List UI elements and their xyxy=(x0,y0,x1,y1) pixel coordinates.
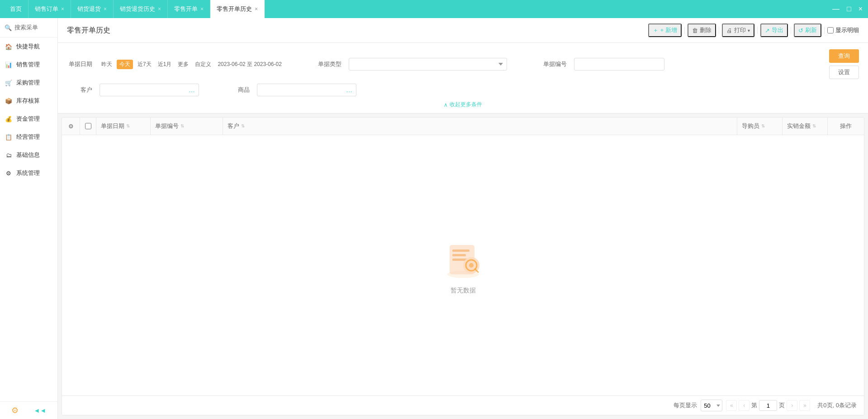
tab-retail-open-history[interactable]: 零售开单历史× xyxy=(210,0,265,18)
tab-close-sales-order[interactable]: × xyxy=(61,6,64,12)
sort-guide-icon: ⇅ xyxy=(761,124,765,128)
column-settings-icon[interactable]: ⚙ xyxy=(68,123,74,130)
sidebar-label-quick-nav: 快捷导航 xyxy=(16,42,40,51)
sidebar-label-inventory: 库存核算 xyxy=(16,97,40,105)
tab-close-retail-open-history[interactable]: × xyxy=(255,6,258,12)
product-label: 商品 xyxy=(224,86,250,94)
divider4 xyxy=(791,27,791,34)
product-input-wrap[interactable]: … xyxy=(257,84,356,96)
svg-rect-3 xyxy=(452,254,466,256)
page-label-pre: 第 xyxy=(751,401,757,410)
doc-type-wrapper xyxy=(349,58,507,71)
filter-collapse-btn[interactable]: ∧ 收起更多条件 xyxy=(67,101,859,108)
sidebar-item-quick-nav[interactable]: 🏠 快捷导航 xyxy=(0,38,57,56)
sidebar-search-label: 搜索采单 xyxy=(14,24,38,32)
print-icon: 🖨 xyxy=(726,27,732,34)
sort-no-icon: ⇅ xyxy=(180,124,184,128)
th-amount[interactable]: 实销金额 ⇅ xyxy=(783,118,828,135)
show-detail-checkbox[interactable]: 显示明细 xyxy=(827,26,859,34)
collapse-up-icon: ∧ xyxy=(444,102,448,108)
product-dots-icon[interactable]: … xyxy=(346,86,352,94)
next-page-btn[interactable]: › xyxy=(787,400,797,411)
export-button[interactable]: ↗ 导出 xyxy=(760,24,788,37)
date-btn-yesterday[interactable]: 昨天 xyxy=(100,60,114,69)
divider3 xyxy=(757,27,758,34)
product-input[interactable] xyxy=(261,87,344,94)
sidebar-item-operations[interactable]: 📋 经营管理 xyxy=(0,128,57,146)
page-total: 共0页, 0条记录 xyxy=(817,401,857,410)
sidebar-label-operations: 经营管理 xyxy=(16,133,40,141)
collapse-icon[interactable]: ◄◄ xyxy=(33,407,46,414)
divider2 xyxy=(719,27,719,34)
sidebar-item-basic-info[interactable]: 🗂 基础信息 xyxy=(0,146,57,164)
per-page-select[interactable]: 50 10 20 100 xyxy=(701,400,722,411)
sales-mgmt-icon: 📊 xyxy=(5,61,13,69)
sidebar-item-sales-mgmt[interactable]: 📊 销售管理 xyxy=(0,56,57,74)
date-btn-today[interactable]: 今天 xyxy=(117,60,133,69)
table-body: 暂无数据 xyxy=(62,135,864,395)
date-btn-more[interactable]: 更多 xyxy=(176,60,190,69)
operations-icon: 📋 xyxy=(5,133,13,141)
page-label-post: 页 xyxy=(779,401,785,410)
customer-input-wrap[interactable]: … xyxy=(100,84,199,96)
quick-nav-icon: 🏠 xyxy=(5,42,13,51)
print-button[interactable]: 🖨 打印 ▾ xyxy=(722,24,754,37)
settings-icon[interactable]: ⚙ xyxy=(11,405,19,415)
date-btn-1month[interactable]: 近1月 xyxy=(156,60,174,69)
date-btn-7days[interactable]: 近7天 xyxy=(136,60,153,69)
first-page-btn[interactable]: « xyxy=(726,400,737,411)
refresh-button[interactable]: ↺ 刷新 xyxy=(794,24,821,37)
page-title: 零售开单历史 xyxy=(67,26,110,41)
select-all-checkbox[interactable] xyxy=(85,123,91,129)
th-settings[interactable]: ⚙ xyxy=(62,118,80,135)
inventory-icon: 📦 xyxy=(5,97,13,105)
th-date[interactable]: 单据日期 ⇅ xyxy=(96,118,151,135)
export-icon: ↗ xyxy=(765,27,770,34)
tab-sales-return-history[interactable]: 销货退货历史× xyxy=(114,0,168,18)
prev-page-btn[interactable]: ‹ xyxy=(739,400,749,411)
sidebar-item-system[interactable]: ⚙ 系统管理 xyxy=(0,164,57,182)
window-max-btn[interactable]: □ xyxy=(845,5,853,13)
last-page-btn[interactable]: » xyxy=(799,400,810,411)
th-action: 操作 xyxy=(828,118,864,135)
basic-info-icon: 🗂 xyxy=(5,151,13,159)
tab-retail-open[interactable]: 零售开单× xyxy=(168,0,210,18)
add-button[interactable]: ＋ + 新增 xyxy=(648,24,682,37)
sidebar-bottom: ⚙ ◄◄ xyxy=(0,401,57,419)
sidebar-item-inventory[interactable]: 📦 库存核算 xyxy=(0,92,57,110)
main-layout: 🔍 搜索采单 🏠 快捷导航 📊 销售管理 🛒 采购管理 📦 库存核算 💰 资金管… xyxy=(0,18,868,419)
th-no[interactable]: 单据编号 ⇅ xyxy=(151,118,223,135)
filter-settings-button[interactable]: 设置 xyxy=(829,66,859,79)
sort-amount-icon: ⇅ xyxy=(812,124,816,128)
tab-close-sales-return[interactable]: × xyxy=(104,6,107,12)
th-guide[interactable]: 导购员 ⇅ xyxy=(737,118,783,135)
doc-type-select[interactable] xyxy=(349,58,507,71)
customer-dots-icon[interactable]: … xyxy=(189,86,195,94)
date-btn-custom[interactable]: 自定义 xyxy=(193,60,213,69)
customer-label: 客户 xyxy=(67,86,92,94)
doc-no-input[interactable] xyxy=(574,58,664,71)
sidebar-search[interactable]: 🔍 搜索采单 xyxy=(0,18,57,38)
empty-text: 暂无数据 xyxy=(451,287,476,295)
date-filter-label: 单据日期 xyxy=(67,60,92,68)
customer-input[interactable] xyxy=(104,87,187,94)
window-close-btn[interactable]: × xyxy=(857,5,864,13)
page-input[interactable] xyxy=(759,400,777,411)
sidebar-item-finance[interactable]: 💰 资金管理 xyxy=(0,110,57,128)
delete-button[interactable]: 🗑 删除 xyxy=(688,24,716,37)
th-customer[interactable]: 客户 ⇅ xyxy=(223,118,737,135)
tab-close-retail-open[interactable]: × xyxy=(200,6,204,12)
query-button[interactable]: 查询 xyxy=(829,49,859,63)
tab-sales-return[interactable]: 销货退货× xyxy=(71,0,114,18)
doc-no-label: 单据编号 xyxy=(541,60,567,68)
divider xyxy=(684,27,685,34)
window-controls: — □ × xyxy=(830,5,864,13)
search-icon: 🔍 xyxy=(5,24,12,31)
tab-sales-order[interactable]: 销售订单× xyxy=(28,0,71,18)
th-checkbox[interactable] xyxy=(80,118,96,135)
finance-icon: 💰 xyxy=(5,115,13,123)
tab-close-sales-return-history[interactable]: × xyxy=(158,6,161,12)
tab-home[interactable]: 首页 xyxy=(4,0,28,18)
sidebar-item-purchase-mgmt[interactable]: 🛒 采购管理 xyxy=(0,74,57,92)
window-min-btn[interactable]: — xyxy=(830,5,841,13)
